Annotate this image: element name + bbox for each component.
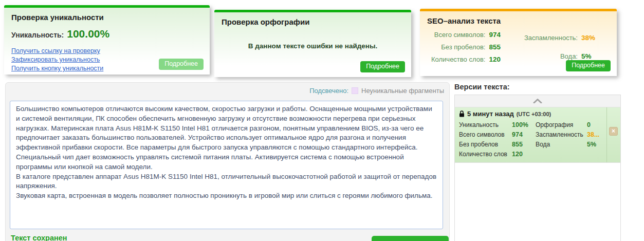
seo-stat-label: Без пробелов: — [431, 42, 489, 54]
seo-panel: SEO–анализ текста Всего символов: 974 Бе… — [420, 9, 617, 76]
uniqueness-metric-label: Уникальность: — [11, 31, 64, 39]
version-time: 5 минут назад — [467, 110, 514, 118]
version-stat-label — [536, 149, 587, 159]
seo-panel-title: SEO–анализ текста — [427, 16, 610, 25]
seo-stat-label: Всего символов: — [431, 30, 489, 42]
version-stat-value: 974 — [512, 129, 536, 139]
table-row: Уникальность 100% Орфография 0 — [459, 120, 602, 129]
version-stat-label: Количество слов — [459, 149, 512, 159]
version-stat-label: Орфография — [536, 120, 587, 129]
version-timezone: (UTC +03:00) — [517, 111, 551, 117]
version-stat-value: 100% — [512, 120, 536, 129]
version-stat-value: 5% — [587, 139, 602, 149]
text-saved-status: Текст сохранен — [11, 234, 67, 241]
table-row: Без пробелов 855 Вода 5% — [459, 139, 602, 149]
highlight-legend: Подсвечено: Неуникальные фрагменты — [309, 87, 444, 95]
version-stat-label: Всего символов — [459, 129, 512, 139]
uniqueness-details-button[interactable]: Подробнее — [159, 59, 204, 70]
version-card-body: 5 минут назад (UTC +03:00) Уникальность … — [455, 107, 607, 162]
lock-icon — [459, 110, 465, 117]
version-stat-value — [587, 149, 602, 159]
uniqueness-metric-value: 100.00% — [67, 28, 109, 40]
seo-stat-value: 120 — [489, 54, 501, 67]
delete-version-button[interactable]: × — [609, 127, 618, 136]
seo-spam-value: 38% — [581, 30, 595, 48]
version-stats-table: Уникальность 100% Орфография 0 Всего сим… — [459, 120, 602, 159]
seo-details-button[interactable]: Подробнее — [566, 60, 611, 71]
version-stat-label: Заспамленность — [536, 129, 587, 139]
editor-container: Подсвечено: Неуникальные фрагменты Больш… — [5, 82, 450, 241]
seo-stat-label: Заспамленность: — [524, 30, 581, 48]
uniqueness-panel-title: Проверка уникальности — [11, 13, 203, 22]
spelling-result-message: В данном тексте ошибки не найдены. — [214, 42, 411, 50]
spelling-panel-title: Проверка орфографии — [222, 17, 404, 26]
version-spam-value: 38... — [587, 129, 602, 139]
versions-collapse-header[interactable] — [455, 95, 620, 107]
page: Проверка уникальности Уникальность:100.0… — [0, 0, 644, 241]
table-row: Всего символов 974 Заспамленность 38... — [459, 129, 602, 139]
seo-stat-label: Количество слов: — [431, 54, 489, 67]
versions-title: Версии текста: — [454, 83, 510, 91]
version-card-side-strip: × — [607, 107, 620, 162]
spelling-details-button[interactable]: Подробнее — [360, 61, 405, 72]
table-row: Количество слов 120 — [459, 149, 602, 159]
text-editor[interactable]: Большинство компьютеров отличаются высок… — [10, 101, 443, 229]
version-stat-value: 0 — [587, 120, 602, 129]
seo-stats-left: Всего символов: 974 Без пробелов: 855 Ко… — [431, 30, 501, 67]
versions-panel: 5 минут назад (UTC +03:00) Уникальность … — [454, 95, 621, 241]
legend-item-label: Неуникальные фрагменты — [361, 87, 444, 95]
get-check-link[interactable]: Получить ссылку на проверку — [11, 47, 203, 55]
spelling-panel: Проверка орфографии В данном тексте ошиб… — [214, 10, 411, 77]
version-stat-value: 855 — [512, 139, 536, 149]
chevron-up-icon — [533, 99, 542, 103]
legend-label: Подсвечено: — [309, 87, 348, 95]
non-unique-highlight-swatch — [352, 87, 358, 94]
version-stat-label: Вода — [536, 139, 587, 149]
version-stat-label: Уникальность — [459, 120, 512, 129]
version-stat-label: Без пробелов — [459, 139, 512, 149]
version-card[interactable]: 5 минут назад (UTC +03:00) Уникальность … — [455, 107, 620, 163]
seo-stat-value: 855 — [489, 42, 501, 54]
uniqueness-panel: Проверка уникальности Уникальность:100.0… — [4, 5, 210, 75]
recheck-button[interactable] — [372, 236, 449, 241]
version-stat-value: 120 — [512, 149, 536, 159]
seo-stat-value: 974 — [489, 30, 501, 42]
